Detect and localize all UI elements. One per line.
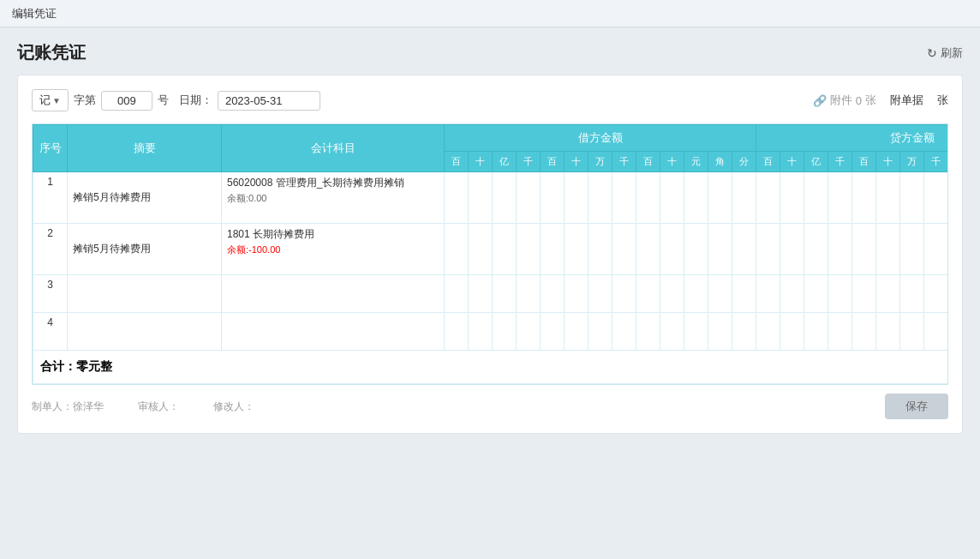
credit-cell-1-3[interactable] bbox=[828, 224, 852, 275]
debit-cell-2-0[interactable] bbox=[445, 275, 469, 313]
credit-cell-0-3[interactable] bbox=[828, 172, 852, 224]
cell-desc-3[interactable] bbox=[68, 313, 222, 351]
credit-cell-2-2[interactable] bbox=[804, 275, 828, 313]
cell-desc-1[interactable]: 摊销5月待摊费用 bbox=[68, 224, 222, 275]
debit-cell-2-4[interactable] bbox=[541, 275, 565, 313]
voucher-number-input[interactable] bbox=[101, 91, 152, 111]
credit-cell-0-1[interactable] bbox=[780, 172, 804, 224]
debit-cell-2-12[interactable] bbox=[732, 275, 756, 313]
debit-cell-0-5[interactable] bbox=[565, 172, 589, 224]
debit-cell-2-8[interactable] bbox=[636, 275, 660, 313]
credit-cell-3-5[interactable] bbox=[876, 313, 900, 351]
type-dropdown[interactable]: 记 ▼ bbox=[32, 89, 69, 111]
refresh-button[interactable]: ↻ 刷新 bbox=[927, 45, 963, 61]
debit-cell-2-7[interactable] bbox=[612, 275, 636, 313]
debit-cell-0-3[interactable] bbox=[517, 172, 541, 224]
debit-cell-1-1[interactable] bbox=[469, 224, 493, 275]
attach-link[interactable]: 🔗 附件 0 张 bbox=[813, 93, 876, 108]
debit-cell-1-11[interactable] bbox=[708, 224, 732, 275]
debit-cell-1-2[interactable] bbox=[493, 224, 517, 275]
credit-cell-1-5[interactable] bbox=[876, 224, 900, 275]
credit-cell-1-1[interactable] bbox=[780, 224, 804, 275]
credit-cell-0-2[interactable] bbox=[804, 172, 828, 224]
credit-cell-1-2[interactable] bbox=[804, 224, 828, 275]
debit-cell-2-10[interactable] bbox=[684, 275, 708, 313]
debit-cell-0-9[interactable] bbox=[660, 172, 684, 224]
credit-cell-2-1[interactable] bbox=[780, 275, 804, 313]
credit-cell-1-4[interactable] bbox=[852, 224, 876, 275]
cell-desc-2[interactable] bbox=[68, 275, 222, 313]
credit-cell-1-6[interactable] bbox=[900, 224, 924, 275]
debit-cell-1-6[interactable] bbox=[589, 224, 612, 275]
cell-account-0[interactable]: 56020008 管理费用_长期待摊费用摊销余额:0.00 bbox=[222, 172, 445, 224]
debit-cell-0-8[interactable] bbox=[636, 172, 660, 224]
credit-cell-3-1[interactable] bbox=[780, 313, 804, 351]
credit-cell-3-0[interactable] bbox=[756, 313, 780, 351]
debit-cell-0-11[interactable] bbox=[708, 172, 732, 224]
debit-cell-0-7[interactable] bbox=[612, 172, 636, 224]
credit-cell-2-3[interactable] bbox=[828, 275, 852, 313]
date-input[interactable] bbox=[218, 91, 320, 111]
debit-cell-3-4[interactable] bbox=[541, 313, 565, 351]
debit-cell-1-8[interactable] bbox=[636, 224, 660, 275]
debit-cell-3-12[interactable] bbox=[732, 313, 756, 351]
credit-cell-1-0[interactable] bbox=[756, 224, 780, 275]
debit-cell-1-4[interactable] bbox=[541, 224, 565, 275]
debit-cell-2-3[interactable] bbox=[517, 275, 541, 313]
credit-cell-0-6[interactable] bbox=[900, 172, 924, 224]
credit-cell-1-7[interactable] bbox=[924, 224, 948, 275]
debit-cell-1-5[interactable] bbox=[565, 224, 589, 275]
credit-cell-2-7[interactable] bbox=[924, 275, 948, 313]
credit-cell-3-4[interactable] bbox=[852, 313, 876, 351]
debit-cell-1-10[interactable] bbox=[684, 224, 708, 275]
debit-cell-3-1[interactable] bbox=[469, 313, 493, 351]
debit-cell-2-2[interactable] bbox=[493, 275, 517, 313]
debit-cell-3-11[interactable] bbox=[708, 313, 732, 351]
credit-cell-2-0[interactable] bbox=[756, 275, 780, 313]
debit-cell-0-12[interactable] bbox=[732, 172, 756, 224]
credit-cell-0-5[interactable] bbox=[876, 172, 900, 224]
debit-cell-3-9[interactable] bbox=[660, 313, 684, 351]
debit-cell-0-0[interactable] bbox=[445, 172, 469, 224]
debit-cell-3-3[interactable] bbox=[517, 313, 541, 351]
credit-cell-2-6[interactable] bbox=[900, 275, 924, 313]
cell-account-3[interactable] bbox=[222, 313, 445, 351]
debit-cell-1-7[interactable] bbox=[612, 224, 636, 275]
debit-cell-3-5[interactable] bbox=[565, 313, 589, 351]
debit-cell-1-12[interactable] bbox=[732, 224, 756, 275]
debit-cell-2-6[interactable] bbox=[589, 275, 612, 313]
debit-cell-1-3[interactable] bbox=[517, 224, 541, 275]
attach-doc-count: 张 bbox=[937, 93, 948, 108]
credit-cell-2-4[interactable] bbox=[852, 275, 876, 313]
debit-cell-3-0[interactable] bbox=[445, 313, 469, 351]
credit-cell-2-5[interactable] bbox=[876, 275, 900, 313]
debit-cell-0-2[interactable] bbox=[493, 172, 517, 224]
cell-account-2[interactable] bbox=[222, 275, 445, 313]
debit-cell-3-10[interactable] bbox=[684, 313, 708, 351]
debit-cell-1-9[interactable] bbox=[660, 224, 684, 275]
credit-cell-3-2[interactable] bbox=[804, 313, 828, 351]
debit-cell-3-6[interactable] bbox=[589, 313, 612, 351]
debit-cell-2-1[interactable] bbox=[469, 275, 493, 313]
credit-cell-0-4[interactable] bbox=[852, 172, 876, 224]
debit-cell-1-0[interactable] bbox=[445, 224, 469, 275]
credit-cell-0-0[interactable] bbox=[756, 172, 780, 224]
save-button[interactable]: 保存 bbox=[885, 394, 948, 419]
debit-cell-3-7[interactable] bbox=[612, 313, 636, 351]
debit-cell-0-1[interactable] bbox=[469, 172, 493, 224]
cell-account-1[interactable]: 1801 长期待摊费用余额:-100.00 bbox=[222, 224, 445, 275]
debit-cell-0-10[interactable] bbox=[684, 172, 708, 224]
debit-cell-2-5[interactable] bbox=[565, 275, 589, 313]
credit-cell-3-7[interactable] bbox=[924, 313, 948, 351]
debit-cell-2-11[interactable] bbox=[708, 275, 732, 313]
debit-cell-3-2[interactable] bbox=[493, 313, 517, 351]
debit-cell-2-9[interactable] bbox=[660, 275, 684, 313]
credit-cell-3-6[interactable] bbox=[900, 313, 924, 351]
debit-cell-3-8[interactable] bbox=[636, 313, 660, 351]
debit-cell-0-6[interactable] bbox=[589, 172, 612, 224]
attach-doc-label[interactable]: 附单据 bbox=[890, 93, 923, 108]
credit-cell-0-7[interactable] bbox=[924, 172, 948, 224]
cell-desc-0[interactable]: 摊销5月待摊费用 bbox=[68, 172, 222, 224]
credit-cell-3-3[interactable] bbox=[828, 313, 852, 351]
debit-cell-0-4[interactable] bbox=[541, 172, 565, 224]
